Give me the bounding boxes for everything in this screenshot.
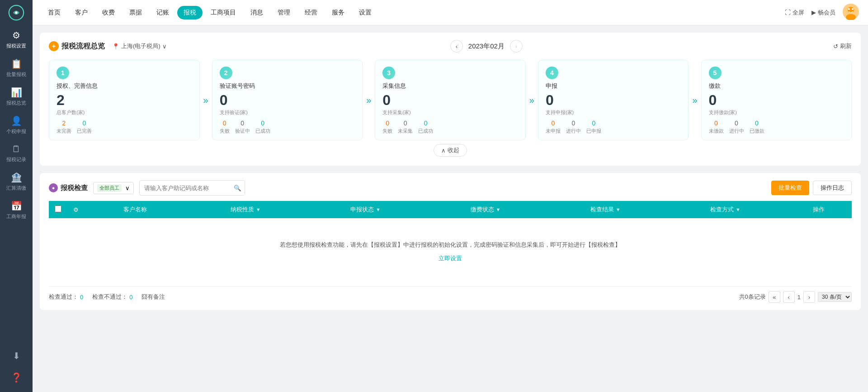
table-header: ⚙ 客户名称 纳税性质 ▼ 申报状态 ▼	[49, 201, 852, 218]
employee-select[interactable]: 全部员工 ∨	[93, 182, 134, 194]
step-name-3: 采集信息	[382, 82, 518, 90]
topnav-item-business[interactable]: 工商项目	[204, 6, 242, 19]
flow-steps: 1 授权、完善信息 2 总客户数(家) 2 未完善 0 已完善	[49, 60, 852, 140]
next-page-btn[interactable]: ›	[803, 291, 815, 303]
step-detail-3-0: 0 失败	[382, 120, 392, 134]
step-sub-1: 总客户数(家)	[57, 109, 192, 116]
step-name-1: 授权、完善信息	[57, 82, 192, 90]
location-badge[interactable]: 📍 上海(电子税局) ∨	[112, 42, 167, 50]
avatar[interactable]	[843, 4, 859, 21]
collapse-btn[interactable]: ∧ 收起	[434, 144, 467, 157]
step-arrow-2: »	[363, 60, 375, 140]
svg-point-3	[848, 7, 854, 13]
step-count-4: 0	[546, 93, 681, 107]
step-arrow-1: »	[200, 60, 212, 140]
fullscreen-btn[interactable]: ⛶ 全屏	[785, 9, 804, 17]
topnav-item-settings[interactable]: 设置	[353, 6, 378, 19]
chevron-down-icon: ∨	[125, 185, 130, 191]
svg-point-1	[15, 11, 17, 14]
topnav-item-management[interactable]: 管理	[271, 6, 297, 19]
tax-check-section: ● 报税检查 全部员工 ∨ 🔍 批量检查 操作日志	[40, 173, 861, 310]
flow-step-3: 3 采集信息 0 支持采集(家) 0 失败 0 未采集	[375, 60, 526, 140]
first-page-btn[interactable]: «	[769, 291, 780, 303]
prev-month-btn[interactable]: ‹	[450, 40, 463, 53]
th-check-result: 检查结果 ▼	[546, 201, 665, 218]
prev-page-btn[interactable]: ‹	[783, 291, 795, 303]
filter-icon-3[interactable]: ▼	[495, 207, 500, 212]
download-icon: ⬇	[13, 350, 20, 361]
step-details-5: 0 未缴款 0 进行中 0 已缴款	[709, 120, 844, 134]
topnav: 首页 客户 收费 票据 记账 报税 工商项目 消息 管理 经营 服务 设置 ⛶ …	[33, 0, 868, 25]
employee-badge: 全部员工	[97, 184, 122, 192]
sidebar-item-tax-records[interactable]: 🗒 报税记录	[0, 139, 33, 167]
sidebar-item-tax-settings[interactable]: ⚙ 报税设置	[0, 25, 33, 54]
fail-count-link[interactable]: 0	[129, 294, 132, 301]
step-num-3: 3	[382, 67, 395, 79]
svg-point-6	[852, 8, 854, 10]
topnav-item-tax[interactable]: 报税	[177, 6, 203, 19]
check-table: ⚙ 客户名称 纳税性质 ▼ 申报状态 ▼	[49, 201, 852, 282]
step-detail-3-2: 0 已成功	[418, 120, 433, 134]
sidebar-bottom: ⬇ ❓	[0, 346, 33, 392]
location-icon: 📍	[112, 43, 119, 50]
step-sub-2: 支持验证(家)	[220, 109, 355, 116]
empty-text: 若您想使用报税检查功能，请先在【报税设置】中进行报税的初始化设置，完成密码验证和…	[63, 241, 837, 249]
op-log-btn[interactable]: 操作日志	[813, 181, 852, 195]
check-title: ● 报税检查	[49, 183, 88, 192]
th-check-method: 检查方式 ▼	[665, 201, 785, 218]
topnav-item-operations[interactable]: 经营	[298, 6, 324, 19]
collapse-bar: ∧ 收起	[49, 140, 852, 158]
filter-icon-5[interactable]: ▼	[736, 207, 741, 212]
filter-icon-2[interactable]: ▼	[376, 207, 381, 212]
step-details-1: 2 未完善 0 已完善	[57, 120, 192, 134]
vip-btn[interactable]: ▶ 畅会员	[811, 9, 835, 17]
vip-icon: ▶	[811, 9, 816, 16]
check-header: ● 报税检查 全部员工 ∨ 🔍 批量检查 操作日志	[49, 180, 852, 196]
sidebar-item-annual-report[interactable]: 📅 工商年报	[0, 196, 33, 225]
select-all-th	[49, 201, 67, 218]
sidebar-item-personal-tax[interactable]: 👤 个税申报	[0, 111, 33, 139]
topnav-item-accounting[interactable]: 记账	[150, 6, 175, 19]
search-button[interactable]: 🔍	[230, 181, 245, 195]
filter-icon-1[interactable]: ▼	[256, 207, 261, 212]
topnav-item-fees[interactable]: 收费	[96, 6, 121, 19]
check-icon: ●	[49, 183, 58, 192]
step-details-4: 0 未申报 0 进行中 0 已申报	[546, 120, 681, 134]
sidebar-item-tax-overview[interactable]: 📊 报税总览	[0, 82, 33, 111]
filter-icon-4[interactable]: ▼	[616, 207, 621, 212]
next-month-btn[interactable]: ›	[510, 40, 523, 53]
per-page-select[interactable]: 30 条/页	[818, 292, 852, 302]
flow-step-4: 4 申报 0 支持申报(家) 0 未申报 0 进行中	[538, 60, 689, 140]
topnav-item-home[interactable]: 首页	[42, 6, 67, 19]
select-all-checkbox[interactable]	[55, 206, 61, 212]
check-note: 囧有备注	[142, 293, 165, 301]
annual-report-icon: 📅	[11, 201, 22, 211]
content: + 报税流程总览 📍 上海(电子税局) ∨ ‹ 2023年02月 › ↺ 刷新	[33, 25, 868, 392]
topnav-item-messages[interactable]: 消息	[244, 6, 269, 19]
th-pay-status: 缴费状态 ▼	[425, 201, 545, 218]
sidebar-item-batch-tax[interactable]: 📋 批量报税	[0, 54, 33, 82]
search-input[interactable]	[140, 182, 230, 194]
footer-pass: 检查通过： 0	[49, 293, 83, 301]
logo[interactable]	[0, 0, 33, 25]
settings-icon[interactable]: ⚙	[73, 206, 79, 213]
th-declare-status: 申报状态 ▼	[306, 201, 425, 218]
topnav-item-service[interactable]: 服务	[326, 6, 351, 19]
step-detail-5-0: 0 未缴款	[709, 120, 724, 134]
setup-link[interactable]: 立即设置	[439, 255, 462, 262]
batch-check-btn[interactable]: 批量检查	[771, 181, 809, 195]
sidebar-item-help[interactable]: ❓	[0, 368, 33, 387]
step-count-3: 0	[382, 93, 518, 107]
tax-settings-icon: ⚙	[12, 30, 20, 41]
empty-message-cell: 若您想使用报税检查功能，请先在【报税设置】中进行报税的初始化设置，完成密码验证和…	[49, 218, 852, 282]
sidebar-item-download[interactable]: ⬇	[0, 346, 33, 366]
topnav-item-clients[interactable]: 客户	[69, 6, 94, 19]
svg-point-5	[848, 8, 850, 10]
topnav-item-invoices[interactable]: 票据	[123, 6, 148, 19]
refresh-btn[interactable]: ↺ 刷新	[833, 42, 852, 50]
pass-count-link[interactable]: 0	[80, 294, 83, 301]
search-wrap: 🔍	[139, 180, 245, 196]
th-tax-nature: 纳税性质 ▼	[186, 201, 306, 218]
flow-step-2: 2 验证账号密码 0 支持验证(家) 0 失败 0 验证中	[212, 60, 363, 140]
sidebar-item-settlement[interactable]: 🏦 汇算清缴	[0, 167, 33, 196]
